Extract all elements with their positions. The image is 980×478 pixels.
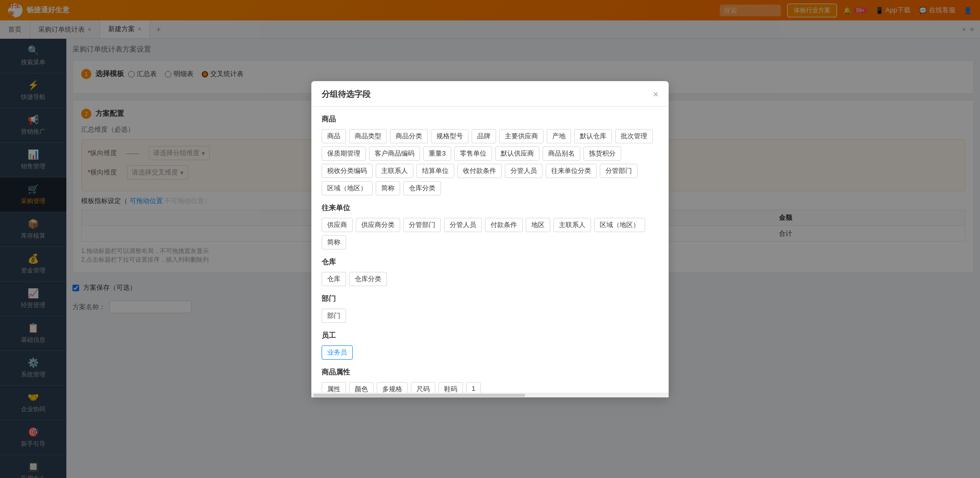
modal-box: 分组待选字段 × 商品 商品 商品类型 商品分类 规格型号 品牌 主要供应商 产…	[311, 81, 669, 397]
field-tag-attr[interactable]: 属性	[322, 382, 346, 393]
field-tag-weight3[interactable]: 重量3	[423, 146, 451, 161]
section-goods-title: 商品	[322, 115, 658, 124]
section-staff: 员工 业务员	[322, 331, 658, 360]
modal-close-btn[interactable]: ×	[653, 89, 658, 100]
field-tag-default-warehouse[interactable]: 默认仓库	[574, 129, 612, 143]
field-tag-origin[interactable]: 产地	[547, 129, 571, 143]
field-tag-size[interactable]: 尺码	[411, 382, 435, 393]
field-tag-goods-alias[interactable]: 商品别名	[543, 146, 580, 161]
field-tag-retail-unit[interactable]: 零售单位	[454, 146, 492, 161]
field-tag-department[interactable]: 部门	[322, 309, 346, 323]
modal-horizontal-scrollbar[interactable]	[311, 393, 669, 397]
modal-overlay: 分组待选字段 × 商品 商品 商品类型 商品分类 规格型号 品牌 主要供应商 产…	[0, 0, 980, 478]
field-tag-shoe-size[interactable]: 鞋码	[438, 382, 463, 393]
field-tag-dept-managed[interactable]: 分管部门	[600, 164, 638, 178]
field-tag-supplier-cat[interactable]: 供应商分类	[356, 218, 400, 232]
field-tag-abbr[interactable]: 简称	[322, 235, 346, 249]
field-tag-payment-terms[interactable]: 收付款条件	[457, 164, 502, 178]
field-tag-default-supplier[interactable]: 默认供应商	[495, 146, 540, 161]
field-tag-supervisor[interactable]: 分管人员	[505, 164, 543, 178]
section-dept-tags: 部门	[322, 309, 658, 323]
field-tag-pay-terms[interactable]: 付款条件	[485, 218, 523, 232]
field-tag-pick-points[interactable]: 拣货积分	[583, 146, 621, 161]
field-tag-expiry-mgmt[interactable]: 保质期管理	[322, 146, 366, 161]
field-tag-person[interactable]: 分管人员	[444, 218, 482, 232]
field-tag-color[interactable]: 颜色	[349, 382, 374, 393]
section-partner-title: 往来单位	[322, 204, 658, 213]
section-attributes-tags: 属性 颜色 多规格 尺码 鞋码 1	[322, 382, 658, 393]
section-staff-title: 员工	[322, 331, 658, 340]
field-tag-wh-cat[interactable]: 仓库分类	[349, 272, 387, 286]
section-attributes: 商品属性 属性 颜色 多规格 尺码 鞋码 1	[322, 368, 658, 393]
field-tag-area[interactable]: 地区	[526, 218, 550, 232]
field-tag-dept[interactable]: 分管部门	[403, 218, 441, 232]
field-tag-contact[interactable]: 主联系人	[553, 218, 591, 232]
section-goods-tags: 商品 商品类型 商品分类 规格型号 品牌 主要供应商 产地 默认仓库 批次管理 …	[322, 129, 658, 195]
section-warehouse-title: 仓库	[322, 258, 658, 267]
field-tag-main-supplier[interactable]: 主要供应商	[499, 129, 544, 143]
field-tag-goods[interactable]: 商品	[322, 129, 346, 143]
modal-header: 分组待选字段 ×	[311, 81, 669, 107]
field-tag-settlement-unit[interactable]: 结算单位	[416, 164, 454, 178]
field-tag-spec-model[interactable]: 规格型号	[431, 129, 469, 143]
field-tag-warehouse-cat[interactable]: 仓库分类	[403, 181, 441, 195]
field-tag-batch-mgmt[interactable]: 批次管理	[615, 129, 653, 143]
section-dept: 部门 部门	[322, 294, 658, 323]
field-tag-goods-category[interactable]: 商品分类	[390, 129, 428, 143]
field-tag-attr-1[interactable]: 1	[466, 382, 481, 393]
h-scroll-thumb	[313, 394, 525, 397]
field-tag-main-contact[interactable]: 主联系人	[376, 164, 413, 178]
field-tag-region[interactable]: 区域（地区）	[322, 181, 373, 195]
field-tag-customer-code[interactable]: 客户商品编码	[369, 146, 420, 161]
section-attributes-title: 商品属性	[322, 368, 658, 377]
section-warehouse-tags: 仓库 仓库分类	[322, 272, 658, 286]
section-warehouse: 仓库 仓库 仓库分类	[322, 258, 658, 286]
modal-title: 分组待选字段	[322, 89, 371, 100]
section-partner-tags: 供应商 供应商分类 分管部门 分管人员 付款条件 地区 主联系人 区域（地区） …	[322, 218, 658, 249]
field-tag-multi-spec[interactable]: 多规格	[377, 382, 408, 393]
field-tag-partner-category[interactable]: 往来单位分类	[546, 164, 597, 178]
section-staff-tags: 业务员	[322, 345, 658, 360]
field-tag-tax-code[interactable]: 税收分类编码	[322, 164, 373, 178]
field-tag-wh[interactable]: 仓库	[322, 272, 346, 286]
field-tag-salesperson[interactable]: 业务员	[322, 345, 353, 360]
section-partner: 往来单位 供应商 供应商分类 分管部门 分管人员 付款条件 地区 主联系人 区域…	[322, 204, 658, 249]
field-tag-region2[interactable]: 区域（地区）	[594, 218, 645, 232]
field-tag-supplier[interactable]: 供应商	[322, 218, 353, 232]
section-dept-title: 部门	[322, 294, 658, 304]
modal-body: 商品 商品 商品类型 商品分类 规格型号 品牌 主要供应商 产地 默认仓库 批次…	[311, 107, 669, 393]
section-goods: 商品 商品 商品类型 商品分类 规格型号 品牌 主要供应商 产地 默认仓库 批次…	[322, 115, 658, 195]
field-tag-short-name[interactable]: 简称	[376, 181, 400, 195]
field-tag-goods-type[interactable]: 商品类型	[349, 129, 387, 143]
field-tag-brand[interactable]: 品牌	[472, 129, 496, 143]
